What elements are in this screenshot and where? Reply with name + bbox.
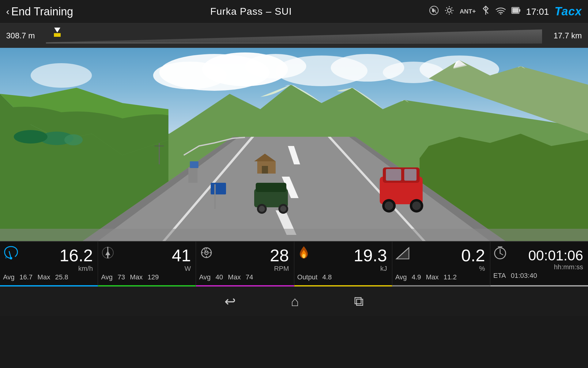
metric-energy: 19.3 kJ Output 4.8 bbox=[294, 242, 392, 286]
position-marker bbox=[54, 28, 61, 37]
home-button[interactable]: ⌂ bbox=[291, 294, 299, 309]
svg-point-34 bbox=[385, 201, 393, 210]
svg-rect-6 bbox=[512, 8, 518, 13]
cadence-icon bbox=[199, 245, 214, 263]
top-right-controls: ANT+ 17:01 Tacx bbox=[429, 5, 582, 18]
energy-value: 19.3 bbox=[354, 247, 387, 264]
cadence-unit: RPM bbox=[274, 265, 289, 273]
video-area bbox=[0, 48, 588, 241]
metric-grade: 0.2 % Avg 4.9 Max 11.2 bbox=[392, 242, 490, 286]
battery-icon bbox=[511, 6, 521, 17]
back-chevron-icon: ‹ bbox=[6, 6, 9, 17]
position-triangle bbox=[54, 28, 60, 33]
sound-icon bbox=[429, 6, 439, 17]
power-max-value: 129 bbox=[148, 273, 159, 281]
power-value: 41 bbox=[172, 247, 191, 264]
grade-avg-value: 4.9 bbox=[412, 273, 421, 281]
total-distance: 17.7 km bbox=[545, 31, 582, 40]
speed-avg-label: Avg bbox=[3, 273, 15, 281]
svg-rect-21 bbox=[188, 167, 198, 183]
power-avg-value: 73 bbox=[118, 273, 125, 281]
bluetooth-icon bbox=[481, 6, 490, 17]
svg-point-3 bbox=[500, 13, 501, 15]
time-sub: ETA 01:03:40 bbox=[493, 272, 583, 280]
current-altitude: 308.7 m bbox=[6, 31, 43, 40]
svg-rect-5 bbox=[519, 9, 520, 12]
speed-icon bbox=[3, 245, 19, 263]
energy-output-label: Output bbox=[297, 273, 318, 281]
speed-value: 16.2 bbox=[59, 247, 93, 264]
route-title: Furka Pass – SUI bbox=[210, 6, 292, 17]
svg-rect-38 bbox=[214, 184, 216, 209]
back-button[interactable]: ↩ bbox=[224, 293, 236, 309]
time-eta-label: ETA bbox=[493, 272, 506, 280]
energy-icon bbox=[297, 245, 310, 263]
power-unit: W bbox=[185, 265, 191, 273]
power-sub: Avg 73 Max 129 bbox=[101, 273, 191, 281]
top-bar: ‹ End Training Furka Pass – SUI ANT+ 17:… bbox=[0, 0, 588, 23]
svg-point-17 bbox=[31, 63, 92, 88]
power-icon bbox=[101, 245, 115, 263]
grade-unit: % bbox=[479, 265, 485, 273]
time-value: 00:01:06 bbox=[528, 248, 583, 263]
svg-rect-41 bbox=[0, 229, 588, 241]
svg-rect-37 bbox=[211, 183, 226, 194]
brand-logo: Tacx bbox=[555, 5, 582, 18]
speed-unit: km/h bbox=[78, 265, 93, 273]
end-training-label: End Training bbox=[11, 5, 73, 18]
metric-speed: 16.2 km/h Avg 16.7 Max 25.8 bbox=[0, 242, 98, 286]
svg-point-43 bbox=[14, 130, 47, 144]
metric-cadence: 28 RPM Avg 40 Max 74 bbox=[196, 242, 294, 286]
cadence-avg-value: 40 bbox=[216, 273, 223, 281]
time-display: 17:01 bbox=[526, 6, 549, 17]
pages-button[interactable]: ⧉ bbox=[354, 293, 364, 309]
energy-sub: Output 4.8 bbox=[297, 273, 387, 281]
svg-line-61 bbox=[500, 253, 503, 255]
position-dot bbox=[54, 33, 61, 37]
grade-icon bbox=[395, 245, 410, 263]
cadence-sub: Avg 40 Max 74 bbox=[199, 273, 289, 281]
svg-point-55 bbox=[302, 254, 305, 258]
cadence-value: 28 bbox=[270, 247, 289, 264]
ant-icon: ANT+ bbox=[460, 8, 476, 15]
settings-icon bbox=[444, 6, 454, 17]
bottom-nav: ↩ ⌂ ⧉ bbox=[0, 286, 588, 316]
cadence-avg-label: Avg bbox=[199, 273, 211, 281]
power-max-label: Max bbox=[130, 273, 143, 281]
svg-point-11 bbox=[153, 62, 227, 89]
energy-output-value: 4.8 bbox=[322, 273, 332, 281]
cadence-max-label: Max bbox=[228, 273, 241, 281]
end-training-button[interactable]: ‹ End Training bbox=[6, 5, 73, 18]
svg-point-28 bbox=[280, 206, 286, 212]
grade-value: 0.2 bbox=[461, 247, 485, 264]
elevation-profile-svg bbox=[46, 28, 542, 44]
svg-rect-22 bbox=[190, 161, 198, 168]
grade-sub: Avg 4.9 Max 11.2 bbox=[395, 273, 485, 281]
svg-rect-20 bbox=[262, 166, 268, 174]
svg-point-2 bbox=[447, 9, 451, 12]
metrics-bar: 16.2 km/h Avg 16.7 Max 25.8 41 W Avg 73 … bbox=[0, 241, 588, 286]
power-avg-label: Avg bbox=[101, 273, 113, 281]
speed-max-label: Max bbox=[37, 273, 50, 281]
wifi-icon bbox=[496, 6, 506, 17]
grade-avg-label: Avg bbox=[395, 273, 407, 281]
metric-power: 41 W Avg 73 Max 129 bbox=[98, 242, 196, 286]
elevation-track[interactable] bbox=[46, 28, 542, 44]
grade-max-label: Max bbox=[426, 273, 439, 281]
scene-svg bbox=[0, 48, 588, 241]
svg-rect-31 bbox=[386, 169, 401, 181]
energy-unit: kJ bbox=[380, 265, 387, 273]
cadence-max-value: 74 bbox=[246, 273, 253, 281]
speed-max-value: 25.8 bbox=[55, 273, 68, 281]
svg-point-36 bbox=[412, 201, 421, 210]
time-eta-value: 01:03:40 bbox=[511, 272, 537, 280]
metric-time: 00:01:06 hh:mm:ss ETA 01:03:40 bbox=[490, 242, 588, 286]
speed-sub: Avg 16.7 Max 25.8 bbox=[3, 273, 93, 281]
svg-point-44 bbox=[64, 134, 83, 145]
svg-point-46 bbox=[10, 257, 12, 259]
time-unit: hh:mm:ss bbox=[554, 263, 583, 271]
speed-avg-value: 16.7 bbox=[20, 273, 33, 281]
time-icon bbox=[493, 245, 507, 263]
svg-rect-32 bbox=[404, 169, 417, 181]
elevation-bar: 308.7 m 17.7 km bbox=[0, 23, 588, 48]
